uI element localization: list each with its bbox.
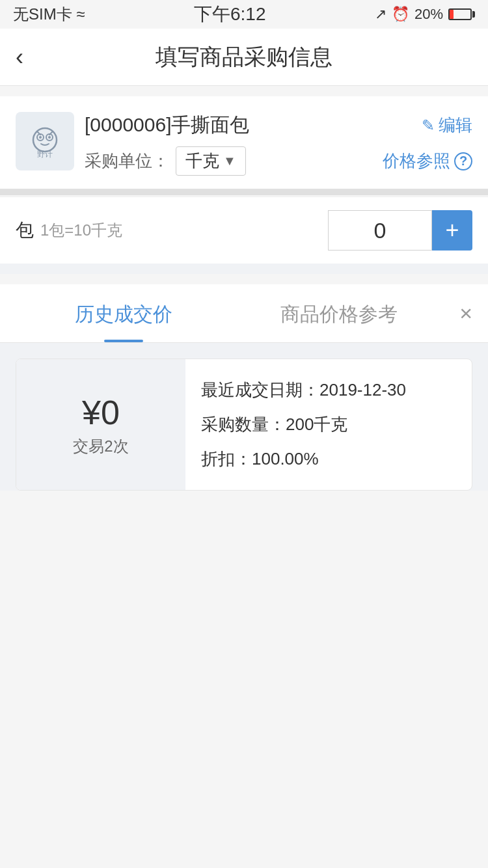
page-title: 填写商品采购信息 — [156, 42, 332, 72]
unit-badge: 包 — [16, 218, 34, 243]
quantity-input[interactable] — [328, 210, 432, 251]
no-sim-text: 无SIM卡 ≈ — [13, 4, 85, 25]
product-thumbnail-icon: 野计 — [25, 122, 64, 161]
battery-icon — [448, 8, 475, 20]
product-top-row: 野计 [0000006]手撕面包 ✎ 编辑 采购单位： 千克 ▼ — [16, 112, 472, 176]
tabs-header: 历史成交价 商品价格参考 × — [0, 284, 488, 343]
price-value: 0 — [101, 394, 120, 431]
product-section: 野计 [0000006]手撕面包 ✎ 编辑 采购单位： 千克 ▼ — [0, 96, 488, 189]
purchase-unit-label: 采购单位： — [85, 150, 169, 172]
price-detail-discount: 折扣：100.00% — [201, 446, 456, 472]
currency-symbol: ¥ — [82, 394, 101, 431]
status-time: 下午6:12 — [194, 2, 266, 27]
edit-button[interactable]: ✎ 编辑 — [422, 114, 472, 137]
edit-icon: ✎ — [422, 116, 435, 135]
section-divider — [0, 189, 488, 195]
date-value: 2019-12-30 — [319, 380, 406, 400]
section-gap — [0, 264, 488, 274]
price-card: ¥0 交易2次 最近成交日期：2019-12-30 采购数量：200千克 折扣：… — [16, 359, 472, 491]
status-carrier: 无SIM卡 ≈ — [13, 4, 85, 25]
dropdown-arrow-icon: ▼ — [223, 154, 236, 169]
svg-text:野计: 野计 — [37, 150, 53, 159]
back-button[interactable]: ‹ — [16, 44, 23, 71]
price-ref-help-icon: ? — [454, 152, 472, 170]
edit-label: 编辑 — [439, 114, 472, 137]
alarm-icon: ⏰ — [392, 6, 409, 23]
product-name: [0000006]手撕面包 — [85, 112, 249, 139]
price-detail-quantity: 采购数量：200千克 — [201, 412, 456, 437]
tab-product-price-ref[interactable]: 商品价格参考 — [231, 284, 446, 342]
tab-history-price[interactable]: 历史成交价 — [16, 284, 231, 342]
unit-dropdown[interactable]: 千克 ▼ — [176, 146, 246, 176]
discount-label: 折扣： — [201, 449, 252, 468]
price-detail-date: 最近成交日期：2019-12-30 — [201, 377, 456, 403]
svg-point-3 — [39, 136, 42, 139]
date-label: 最近成交日期： — [201, 380, 319, 400]
quantity-controls: + — [328, 210, 472, 251]
price-amount: ¥0 — [82, 393, 120, 432]
status-bar: 无SIM卡 ≈ 下午6:12 ↗ ⏰ 20% — [0, 0, 488, 29]
tab-close-button[interactable]: × — [446, 288, 472, 339]
discount-value: 100.00% — [252, 449, 319, 468]
navigation-icon: ↗ — [375, 6, 386, 23]
quantity-detail-value: 200千克 — [286, 414, 347, 434]
nav-bar: ‹ 填写商品采购信息 — [0, 29, 488, 86]
product-image: 野计 — [16, 112, 74, 170]
svg-point-4 — [48, 136, 51, 139]
price-ref-label: 价格参照 — [383, 150, 450, 172]
main-content-area — [0, 506, 488, 868]
unit-value: 千克 — [185, 150, 219, 172]
price-transactions: 交易2次 — [73, 436, 128, 457]
product-info: [0000006]手撕面包 ✎ 编辑 采购单位： 千克 ▼ 价格参照 ? — [85, 112, 472, 176]
tabs-section: 历史成交价 商品价格参考 × ¥0 交易2次 最近成交日期：2019-12-30… — [0, 284, 488, 491]
quantity-section: 包 1包=10千克 + — [0, 197, 488, 264]
price-card-left: ¥0 交易2次 — [16, 359, 185, 490]
price-card-right: 最近成交日期：2019-12-30 采购数量：200千克 折扣：100.00% — [185, 359, 472, 490]
battery-percentage: 20% — [414, 6, 443, 23]
purchase-unit-row: 采购单位： 千克 ▼ 价格参照 ? — [85, 146, 472, 176]
unit-conversion: 1包=10千克 — [40, 220, 122, 241]
quantity-label: 采购数量： — [201, 414, 286, 434]
status-right: ↗ ⏰ 20% — [375, 6, 475, 23]
quantity-label-area: 包 1包=10千克 — [16, 218, 122, 243]
price-ref-button[interactable]: 价格参照 ? — [383, 150, 472, 172]
quantity-plus-button[interactable]: + — [432, 210, 472, 251]
product-name-row: [0000006]手撕面包 ✎ 编辑 — [85, 112, 472, 139]
